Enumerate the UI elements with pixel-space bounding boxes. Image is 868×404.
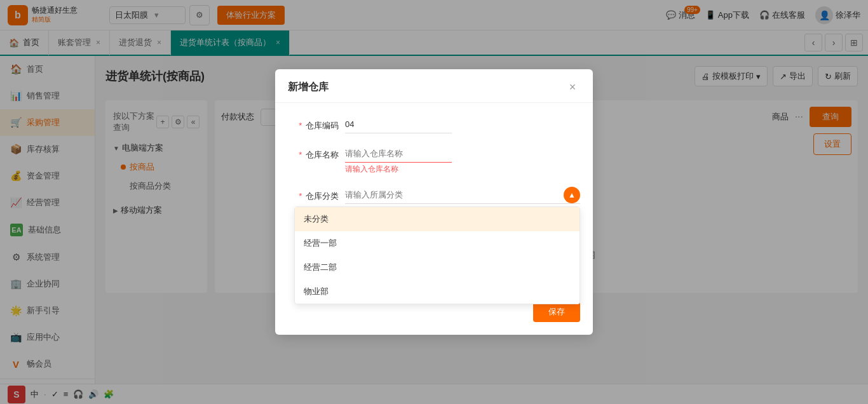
warehouse-modal: 新增仓库 × * 仓库编码 * 仓库名称: [275, 69, 593, 335]
warehouse-name-input[interactable]: [345, 145, 452, 163]
modal-close-button[interactable]: ×: [565, 79, 580, 95]
save-button[interactable]: 保存: [533, 302, 580, 322]
warehouse-category-label: * 仓库分类: [288, 186, 339, 202]
dropdown-item-dept2[interactable]: 经营二部: [295, 255, 580, 279]
dropdown-item-dept1[interactable]: 经营一部: [295, 231, 580, 255]
modal-header: 新增仓库 ×: [275, 69, 593, 103]
modal-title: 新增仓库: [288, 81, 329, 94]
category-input[interactable]: [345, 186, 580, 204]
warehouse-code-input[interactable]: [345, 116, 452, 133]
warehouse-name-row: * 仓库名称 请输入仓库名称: [288, 145, 580, 175]
category-dropdown-button[interactable]: ▲: [564, 187, 580, 203]
dropdown-item-unclassified[interactable]: 未分类: [295, 207, 580, 231]
warehouse-name-error: 请输入仓库名称: [345, 164, 398, 175]
dropdown-item-dept3[interactable]: 物业部: [295, 279, 580, 304]
warehouse-code-label: * 仓库编码: [288, 116, 339, 131]
modal-overlay: 新增仓库 × * 仓库编码 * 仓库名称: [0, 0, 868, 404]
modal-body: * 仓库编码 * 仓库名称: [275, 103, 593, 294]
category-dropdown-wrapper: ▲ 未分类 经营一部 经营二部 物业部: [345, 186, 580, 204]
category-dropdown-list: 未分类 经营一部 经营二部 物业部: [294, 206, 580, 304]
warehouse-category-row: * 仓库分类 ▲ 未分类 经营一部 经营二部 物业部: [288, 186, 580, 204]
warehouse-name-label: * 仓库名称: [288, 145, 339, 161]
warehouse-code-row: * 仓库编码: [288, 116, 580, 133]
